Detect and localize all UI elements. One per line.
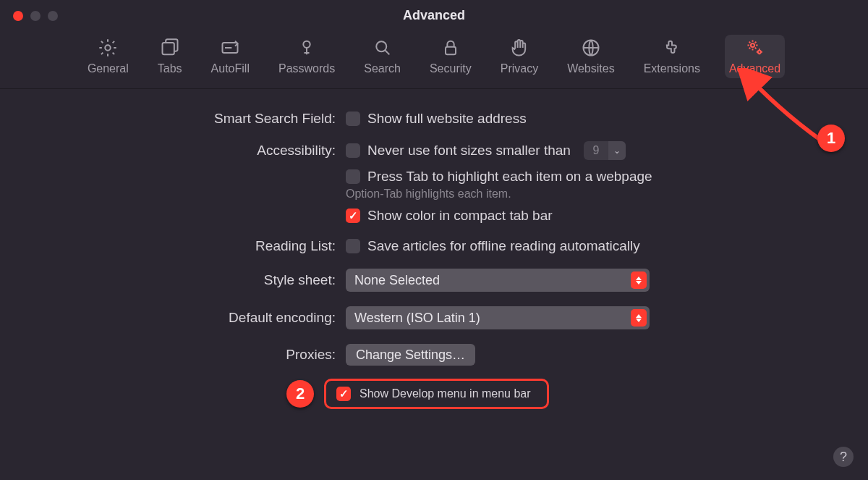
change-settings-button[interactable]: Change Settings… (346, 344, 475, 366)
tab-label: Search (364, 62, 401, 75)
svg-point-4 (376, 41, 386, 51)
min-font-text: Never use font sizes smaller than (367, 143, 571, 159)
preferences-toolbar: General Tabs AutoFill Passwords Search S… (0, 30, 868, 89)
tab-advanced[interactable]: Advanced (725, 35, 785, 78)
tab-label: Passwords (278, 62, 335, 75)
advanced-pane: Smart Search Field: Show full website ad… (0, 89, 868, 424)
option-tab-hint: Option-Tab highlights each item. (346, 188, 511, 201)
default-encoding-value: Western (ISO Latin 1) (354, 311, 480, 326)
autofill-icon (220, 38, 240, 58)
tab-privacy[interactable]: Privacy (496, 35, 542, 78)
develop-menu-highlight: Show Develop menu in menu bar (324, 379, 549, 409)
annotation-step-1: 1 (817, 125, 845, 152)
updown-arrows-icon (631, 271, 647, 289)
tab-extensions[interactable]: Extensions (639, 35, 705, 78)
default-encoding-label: Default encoding: (29, 310, 346, 326)
tab-autofill[interactable]: AutoFill (207, 35, 254, 78)
show-full-address-text: Show full website address (367, 111, 527, 127)
press-tab-text: Press Tab to highlight each item on a we… (367, 169, 652, 185)
tab-label: Security (430, 62, 472, 75)
tab-label: Websites (567, 62, 615, 75)
style-sheet-value: None Selected (354, 273, 440, 288)
svg-rect-1 (162, 43, 174, 54)
develop-menu-checkbox[interactable] (336, 387, 351, 401)
compact-color-text: Show color in compact tab bar (367, 208, 553, 224)
chevron-down-icon[interactable]: ⌄ (608, 141, 626, 160)
smart-search-label: Smart Search Field: (29, 111, 346, 127)
help-button[interactable]: ? (833, 447, 854, 467)
svg-rect-5 (446, 47, 456, 55)
min-font-value: 9 (584, 144, 608, 157)
tab-passwords[interactable]: Passwords (274, 35, 339, 78)
svg-point-0 (106, 45, 111, 50)
reading-list-label: Reading List: (29, 238, 346, 254)
updown-arrows-icon (631, 309, 647, 327)
show-full-address-checkbox[interactable] (346, 111, 360, 126)
svg-point-3 (303, 41, 310, 48)
annotation-step-2: 2 (286, 380, 314, 408)
tab-label: Extensions (644, 62, 700, 75)
globe-icon (581, 38, 601, 58)
default-encoding-select[interactable]: Western (ISO Latin 1) (346, 306, 650, 329)
tab-search[interactable]: Search (359, 35, 405, 78)
min-font-stepper[interactable]: 9 ⌄ (584, 141, 626, 160)
key-icon (297, 38, 317, 58)
change-settings-text: Change Settings… (356, 348, 465, 363)
accessibility-label: Accessibility: (29, 143, 346, 159)
tab-label: AutoFill (211, 62, 250, 75)
tab-general[interactable]: General (83, 35, 133, 78)
tab-websites[interactable]: Websites (563, 35, 619, 78)
save-offline-text: Save articles for offline reading automa… (367, 238, 640, 254)
window-title: Advanced (0, 8, 868, 23)
svg-point-7 (750, 43, 754, 47)
save-offline-checkbox[interactable] (346, 239, 360, 253)
puzzle-icon (662, 38, 682, 58)
tabs-icon (160, 38, 180, 58)
search-icon (373, 38, 393, 58)
tab-label: Tabs (158, 62, 182, 75)
question-mark-icon: ? (840, 450, 847, 465)
compact-color-checkbox[interactable] (346, 209, 360, 223)
style-sheet-label: Style sheet: (29, 272, 346, 288)
titlebar: Advanced (0, 0, 868, 30)
tab-label: General (88, 62, 129, 75)
style-sheet-select[interactable]: None Selected (346, 269, 650, 292)
lock-icon (441, 38, 461, 58)
tab-label: Privacy (501, 62, 538, 75)
gears-icon (745, 38, 765, 58)
proxies-label: Proxies: (29, 347, 346, 363)
tab-security[interactable]: Security (425, 35, 476, 78)
gear-icon (98, 38, 118, 58)
svg-point-8 (757, 51, 760, 54)
hand-icon (509, 38, 529, 58)
min-font-checkbox[interactable] (346, 143, 360, 158)
tab-label: Advanced (729, 62, 780, 75)
press-tab-checkbox[interactable] (346, 169, 360, 184)
tab-tabs[interactable]: Tabs (153, 35, 187, 78)
develop-menu-text: Show Develop menu in menu bar (359, 387, 531, 400)
